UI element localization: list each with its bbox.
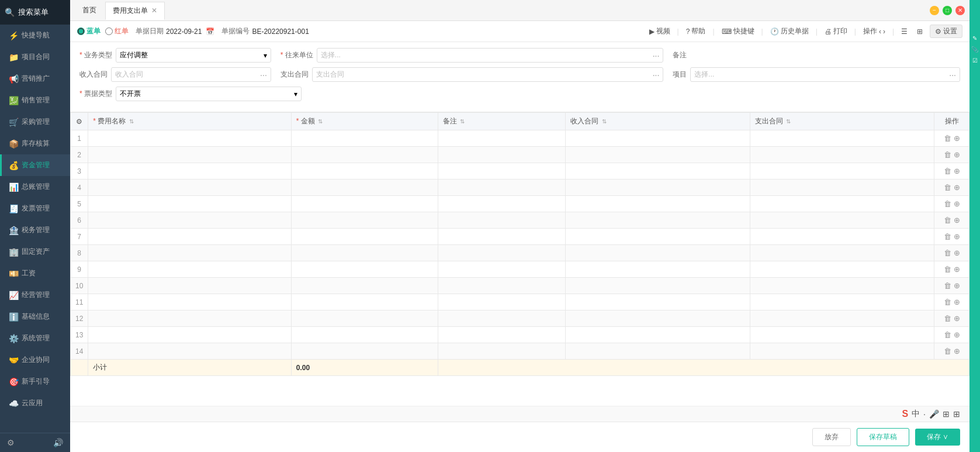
row-income-contract-7[interactable]: [566, 229, 750, 245]
expense-contract-input[interactable]: 支出合同 ···: [312, 67, 664, 82]
row-expense-contract-6[interactable]: [750, 212, 934, 229]
partner-dots-icon[interactable]: ···: [653, 51, 660, 60]
delete-row-icon-3[interactable]: 🗑: [944, 167, 951, 175]
row-amount-6[interactable]: [291, 212, 438, 229]
tab-expense[interactable]: 费用支出单 ✕: [105, 2, 165, 20]
col-gear[interactable]: ⚙: [71, 113, 88, 130]
delete-row-icon-8[interactable]: 🗑: [944, 249, 951, 257]
delete-row-icon-13[interactable]: 🗑: [944, 330, 951, 339]
row-expense-name-11[interactable]: [88, 294, 292, 310]
ime-keyboard-icon[interactable]: ⊞: [943, 409, 950, 419]
sidebar-item-项目合同[interactable]: 📁项目合同: [0, 46, 70, 68]
sort-income-icon[interactable]: ⇅: [602, 118, 607, 125]
save-draft-button[interactable]: 保存草稿: [857, 428, 909, 446]
row-income-contract-3[interactable]: [566, 163, 750, 180]
row-amount-14[interactable]: [291, 343, 438, 360]
project-dots[interactable]: ···: [949, 70, 956, 80]
sort-expense-icon[interactable]: ⇅: [786, 118, 791, 125]
delete-row-icon-7[interactable]: 🗑: [944, 232, 951, 241]
copy-row-icon-12[interactable]: ⊕: [954, 314, 960, 323]
row-note-10[interactable]: [438, 278, 566, 294]
sidebar-item-工资[interactable]: 💴工资: [0, 263, 70, 284]
delete-row-icon-9[interactable]: 🗑: [944, 265, 951, 274]
row-expense-name-9[interactable]: [88, 261, 292, 278]
expense-contract-dots[interactable]: ···: [653, 70, 660, 80]
row-expense-contract-4[interactable]: [750, 180, 934, 196]
grid-view-button[interactable]: ⊞: [915, 26, 925, 37]
row-note-14[interactable]: [438, 343, 566, 360]
row-expense-contract-12[interactable]: [750, 310, 934, 327]
column-config-icon[interactable]: ⚙: [76, 118, 82, 126]
row-amount-9[interactable]: [291, 261, 438, 278]
row-note-8[interactable]: [438, 245, 566, 261]
delete-row-icon-4[interactable]: 🗑: [944, 183, 951, 192]
row-amount-7[interactable]: [291, 229, 438, 245]
row-expense-contract-10[interactable]: [750, 278, 934, 294]
copy-row-icon-5[interactable]: ⊕: [954, 199, 960, 208]
sidebar-search-label[interactable]: 搜索菜单: [18, 7, 49, 18]
row-income-contract-10[interactable]: [566, 278, 750, 294]
row-amount-11[interactable]: [291, 294, 438, 310]
row-note-3[interactable]: [438, 163, 566, 180]
copy-row-icon-13[interactable]: ⊕: [954, 330, 960, 339]
copy-row-icon-2[interactable]: ⊕: [954, 150, 960, 159]
minimize-button[interactable]: −: [930, 6, 939, 15]
sidebar-item-快捷导航[interactable]: ⚡快捷导航: [0, 25, 70, 46]
blue-bill-radio[interactable]: 蓝单: [77, 26, 101, 36]
sidebar-item-税务管理[interactable]: 🏦税务管理: [0, 219, 70, 241]
sort-amount-icon[interactable]: ⇅: [318, 118, 323, 125]
close-button[interactable]: ✕: [955, 6, 965, 15]
action-button[interactable]: 操作 ‹ ›: [861, 25, 888, 37]
sidebar-item-营销推广[interactable]: 📢营销推广: [0, 68, 70, 89]
sidebar-item-发票管理[interactable]: 🧾发票管理: [0, 198, 70, 219]
delete-row-icon-12[interactable]: 🗑: [944, 314, 951, 323]
row-income-contract-6[interactable]: [566, 212, 750, 229]
row-income-contract-12[interactable]: [566, 310, 750, 327]
settings-icon[interactable]: ⚙: [7, 438, 15, 447]
row-amount-8[interactable]: [291, 245, 438, 261]
right-panel-icon-2[interactable]: 📎: [971, 46, 978, 53]
save-button[interactable]: 保存 ∨: [915, 429, 960, 446]
row-expense-contract-14[interactable]: [750, 343, 934, 360]
row-expense-contract-3[interactable]: [750, 163, 934, 180]
calendar-icon[interactable]: 📅: [206, 27, 214, 36]
row-note-5[interactable]: [438, 196, 566, 212]
row-expense-contract-1[interactable]: [750, 130, 934, 147]
row-expense-name-2[interactable]: [88, 147, 292, 163]
copy-row-icon-9[interactable]: ⊕: [954, 265, 960, 274]
row-income-contract-8[interactable]: [566, 245, 750, 261]
note-input[interactable]: [690, 51, 960, 60]
sidebar-item-总账管理[interactable]: 📊总账管理: [0, 176, 70, 198]
delete-row-icon-2[interactable]: 🗑: [944, 150, 951, 159]
settings-button[interactable]: ⚙ 设置: [930, 25, 962, 38]
delete-row-icon-6[interactable]: 🗑: [944, 216, 951, 225]
row-note-6[interactable]: [438, 212, 566, 229]
sidebar-item-企业协同[interactable]: 🤝企业协同: [0, 349, 70, 371]
delete-row-icon-14[interactable]: 🗑: [944, 347, 951, 356]
copy-row-icon-8[interactable]: ⊕: [954, 249, 960, 257]
tab-home[interactable]: 首页: [75, 1, 104, 19]
row-expense-name-10[interactable]: [88, 278, 292, 294]
shortcut-button[interactable]: ⌨ 快捷键: [719, 25, 757, 37]
row-income-contract-2[interactable]: [566, 147, 750, 163]
copy-row-icon-7[interactable]: ⊕: [954, 232, 960, 241]
row-income-contract-9[interactable]: [566, 261, 750, 278]
row-amount-4[interactable]: [291, 180, 438, 196]
project-input[interactable]: 选择... ···: [690, 67, 960, 82]
tab-close-button[interactable]: ✕: [151, 6, 157, 15]
ime-dot-icon[interactable]: ·: [923, 409, 926, 419]
row-amount-2[interactable]: [291, 147, 438, 163]
row-expense-name-6[interactable]: [88, 212, 292, 229]
sidebar-item-基础信息[interactable]: ℹ️基础信息: [0, 306, 70, 327]
row-income-contract-14[interactable]: [566, 343, 750, 360]
red-bill-radio[interactable]: 红单: [105, 26, 129, 36]
copy-row-icon-6[interactable]: ⊕: [954, 216, 960, 225]
row-expense-name-12[interactable]: [88, 310, 292, 327]
row-expense-contract-9[interactable]: [750, 261, 934, 278]
row-expense-name-13[interactable]: [88, 327, 292, 343]
row-expense-contract-11[interactable]: [750, 294, 934, 310]
list-view-button[interactable]: ☰: [899, 26, 910, 37]
row-income-contract-11[interactable]: [566, 294, 750, 310]
ime-grid-icon[interactable]: ⊞: [953, 409, 960, 419]
row-expense-contract-7[interactable]: [750, 229, 934, 245]
